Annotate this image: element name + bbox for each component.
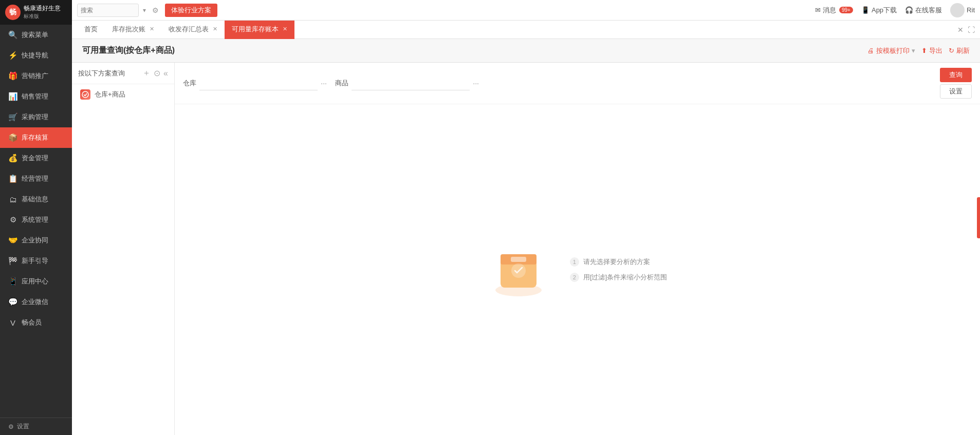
sidebar-item-marketing[interactable]: 🎁 营销推广 <box>0 66 72 86</box>
trial-button[interactable]: 体验行业方案 <box>165 4 217 17</box>
tab-close-window-icon[interactable]: ✕ <box>957 26 964 34</box>
settings-button[interactable]: 设置 <box>940 84 972 99</box>
settings-icon: ⚙ <box>8 423 14 430</box>
sidebar-item-member[interactable]: V 畅会员 <box>0 312 72 333</box>
tab-available-inventory[interactable]: 可用量库存账本 ✕ <box>225 21 294 39</box>
warehouse-input[interactable] <box>199 76 318 90</box>
message-icon: ✉ <box>815 6 821 14</box>
sidebar-item-inventory[interactable]: 📦 库存核算 <box>0 127 72 148</box>
sidebar-item-label: 库存核算 <box>22 133 48 142</box>
message-label: 消息 <box>823 6 836 15</box>
topbar-gear-icon[interactable]: ⚙ <box>150 4 161 16</box>
tab-bar: 首页 库存批次账 ✕ 收发存汇总表 ✕ 可用量库存账本 ✕ ✕ ⛶ <box>72 21 980 39</box>
sidebar-item-label: 资金管理 <box>22 154 48 163</box>
sidebar-item-label: 应用中心 <box>22 277 48 286</box>
app-subtitle: 标准版 <box>24 13 61 20</box>
tab-summary[interactable]: 收发存汇总表 ✕ <box>161 21 225 39</box>
sidebar-item-operation[interactable]: 📋 经营管理 <box>0 168 72 189</box>
warehouse-label: 仓库 <box>183 79 196 88</box>
sidebar-item-label: 基础信息 <box>22 195 48 204</box>
handshake-icon: 🤝 <box>8 236 17 245</box>
add-filter-icon[interactable]: ＋ <box>142 68 151 79</box>
print-action[interactable]: 🖨 按模板打印 ▾ <box>867 46 915 55</box>
dropdown-chevron-icon[interactable]: ▾ <box>143 7 146 14</box>
tab-close-icon[interactable]: ✕ <box>283 26 287 32</box>
svg-rect-4 <box>511 257 526 262</box>
sidebar-item-base[interactable]: 🗂 基础信息 <box>0 189 72 210</box>
filter-item-label: 仓库+商品 <box>95 90 125 99</box>
settings-label: 设置 <box>17 422 29 431</box>
sidebar-item-finance[interactable]: 💰 资金管理 <box>0 148 72 168</box>
content-area: 按以下方案查询 ＋ ⊙ « 仓库+商品 <box>72 63 980 435</box>
topbar: ▾ ⚙ 体验行业方案 ✉ 消息 99+ 📱 App下载 🎧 在线客服 Rit <box>72 0 980 21</box>
hint-text-2: 用[过滤]条件来缩小分析范围 <box>583 273 667 282</box>
search-icon: 🔍 <box>8 30 17 40</box>
tab-close-icon[interactable]: ✕ <box>213 26 217 32</box>
app-download-button[interactable]: 📱 App下载 <box>861 6 897 15</box>
filter-header-icons: ＋ ⊙ « <box>142 68 168 79</box>
sidebar-item-label: 营销推广 <box>22 71 48 81</box>
hint-num-2: 2 <box>570 273 579 282</box>
sidebar-settings[interactable]: ⚙ 设置 <box>0 418 72 435</box>
export-action[interactable]: ⬆ 导出 <box>921 46 942 55</box>
sidebar-item-sales[interactable]: 📊 销售管理 <box>0 86 72 107</box>
chart-icon: 📊 <box>8 92 17 101</box>
scroll-handle[interactable] <box>977 197 980 238</box>
tab-inventory-batch[interactable]: 库存批次账 ✕ <box>105 21 161 39</box>
tab-maximize-icon[interactable]: ⛶ <box>968 26 975 34</box>
app-name-block: 畅康通好生意 标准版 <box>24 5 61 20</box>
sidebar-item-system[interactable]: ⚙ 系统管理 <box>0 210 72 230</box>
filter-header: 按以下方案查询 ＋ ⊙ « <box>72 63 174 84</box>
query-button[interactable]: 查询 <box>940 68 972 82</box>
empty-box-svg <box>488 239 549 300</box>
sidebar-item-purchase[interactable]: 🛒 采购管理 <box>0 107 72 127</box>
empty-illustration <box>488 239 549 300</box>
topbar-search-input[interactable] <box>77 4 139 17</box>
main-area: ▾ ⚙ 体验行业方案 ✉ 消息 99+ 📱 App下载 🎧 在线客服 Rit <box>72 0 980 435</box>
tab-inventory-batch-label: 库存批次账 <box>112 25 145 34</box>
print-icon: 🖨 <box>867 47 874 54</box>
tab-home[interactable]: 首页 <box>77 21 105 39</box>
app-logo: 畅 <box>5 5 21 20</box>
sidebar-item-search[interactable]: 🔍 搜索菜单 <box>0 25 72 45</box>
bolt-icon: ⚡ <box>8 51 17 60</box>
gift-icon: 🎁 <box>8 71 17 81</box>
hint-text-1: 请先选择要分析的方案 <box>583 257 650 267</box>
gear-icon: ⚙ <box>8 215 17 224</box>
sidebar-item-apps[interactable]: 📱 应用中心 <box>0 271 72 292</box>
folder-icon: 🗂 <box>8 195 17 204</box>
sidebar-item-enterprise[interactable]: 🤝 企业协同 <box>0 230 72 251</box>
filter-panel: 按以下方案查询 ＋ ⊙ « 仓库+商品 <box>72 63 175 435</box>
filter-collapse-icon[interactable]: « <box>163 69 168 78</box>
refresh-icon: ↻ <box>949 47 954 54</box>
filter-settings-icon[interactable]: ⊙ <box>154 68 160 78</box>
user-name: Rit <box>967 6 975 14</box>
online-service-label: 在线客服 <box>915 6 942 15</box>
empty-text: 1 请先选择要分析的方案 2 用[过滤]条件来缩小分析范围 <box>570 257 667 282</box>
chat-icon: 💬 <box>8 297 17 307</box>
product-input[interactable] <box>352 76 470 90</box>
product-more-icon[interactable]: ··· <box>473 79 479 87</box>
filter-item-warehouse-product[interactable]: 仓库+商品 <box>72 84 174 105</box>
sidebar-item-wechat[interactable]: 💬 企业微信 <box>0 292 72 312</box>
tab-close-icon[interactable]: ✕ <box>150 26 154 32</box>
app-download-label: App下载 <box>872 6 897 15</box>
product-field: 商品 ··· <box>335 76 479 90</box>
sidebar-item-label: 畅会员 <box>22 318 42 327</box>
online-service-button[interactable]: 🎧 在线客服 <box>905 6 942 15</box>
sidebar-item-shortcut[interactable]: ⚡ 快捷导航 <box>0 45 72 66</box>
message-badge: 99+ <box>839 7 853 13</box>
warehouse-field: 仓库 ··· <box>183 76 327 90</box>
print-dropdown-icon[interactable]: ▾ <box>912 47 915 54</box>
message-button[interactable]: ✉ 消息 99+ <box>815 6 853 15</box>
sidebar-item-label: 采购管理 <box>22 112 48 122</box>
export-icon: ⬆ <box>921 47 927 54</box>
query-bar: 仓库 ··· 商品 ··· 查询 设置 <box>175 63 980 104</box>
sidebar-item-newbie[interactable]: 🏁 新手引导 <box>0 251 72 271</box>
user-avatar-area[interactable]: Rit <box>950 3 975 17</box>
topbar-right: ✉ 消息 99+ 📱 App下载 🎧 在线客服 Rit <box>815 3 975 17</box>
page-title: 可用量查询(按仓库+商品) <box>82 45 175 56</box>
refresh-action[interactable]: ↻ 刷新 <box>949 46 970 55</box>
flag-icon: 🏁 <box>8 256 17 266</box>
warehouse-more-icon[interactable]: ··· <box>321 79 327 87</box>
